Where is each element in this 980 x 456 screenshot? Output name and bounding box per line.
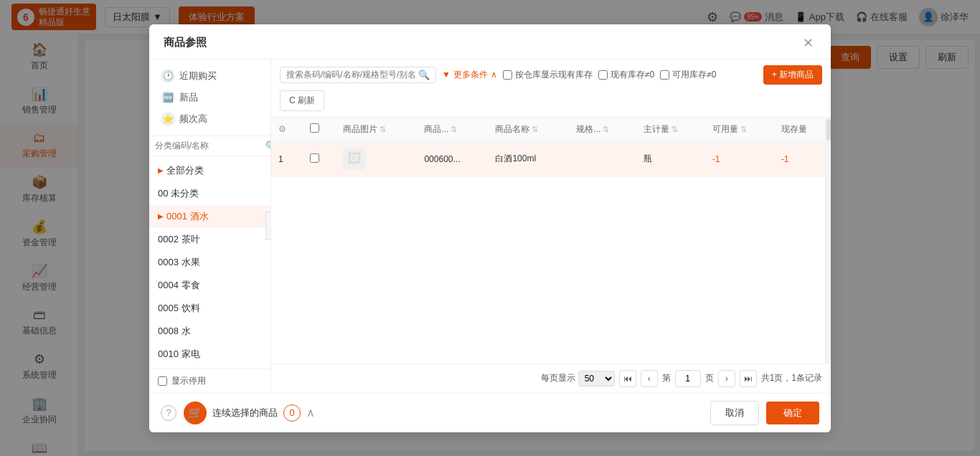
- th-image: 商品图片 ⇅: [336, 118, 417, 142]
- quick-item-recent[interactable]: 🕐 近期购买: [155, 65, 265, 87]
- check-available-nonzero[interactable]: [660, 70, 669, 80]
- product-table-wrapper: ⚙ 商品图片 ⇅ 商品...: [271, 118, 831, 364]
- category-panel: 🕐 近期购买 🆕 新品 ⭐ 频次高 《: [149, 60, 271, 393]
- per-page-select[interactable]: 10 20 50 100: [578, 371, 615, 386]
- category-list: ▶ 全部分类 00 未分类 ▶ 0001 酒水 0002 茶叶 0003 水果: [149, 156, 270, 369]
- cart-area: 🛒 连续选择的商品 0 ∧: [184, 402, 315, 424]
- td-image: 🖼: [336, 141, 417, 176]
- product-table: ⚙ 商品图片 ⇅ 商品...: [271, 118, 831, 177]
- cancel-button[interactable]: 取消: [710, 401, 759, 425]
- refresh-product-button[interactable]: C 刷新: [280, 90, 324, 111]
- check-warehouse-label[interactable]: 按仓库显示现有库存: [503, 69, 593, 81]
- first-page-button[interactable]: ⏮: [619, 370, 636, 387]
- frequent-icon: ⭐: [161, 112, 175, 126]
- td-spec: [569, 141, 636, 176]
- td-code: 000600...: [417, 141, 488, 176]
- check-stock-nonzero-label[interactable]: 现有库存≠0: [598, 69, 654, 81]
- th-checkbox[interactable]: [303, 118, 336, 142]
- td-stock: -1: [774, 141, 831, 176]
- add-product-button[interactable]: + 新增商品: [763, 65, 822, 85]
- td-checkbox[interactable]: [303, 141, 336, 176]
- product-image: 🖼: [343, 148, 366, 171]
- cat-item-liquor[interactable]: ▶ 0001 酒水: [149, 205, 270, 228]
- table-header-row: ⚙ 商品图片 ⇅ 商品...: [271, 118, 831, 142]
- help-icon[interactable]: ?: [161, 405, 176, 421]
- sort-spec-icon[interactable]: ⇅: [603, 125, 609, 134]
- cat-item-water[interactable]: 0008 水: [149, 320, 270, 343]
- cart-icon[interactable]: 🛒: [184, 402, 207, 424]
- cat-item-fruit[interactable]: 0003 水果: [149, 251, 270, 274]
- recent-icon: 🕐: [161, 69, 175, 83]
- chevron-up-icon: ∧: [491, 70, 497, 80]
- modal-footer: ? 🛒 连续选择的商品 0 ∧ 取消 确定: [149, 393, 831, 432]
- search-box: 🔍: [280, 67, 436, 83]
- category-search-icon[interactable]: 🔍: [265, 141, 271, 151]
- sort-available-icon[interactable]: ⇅: [740, 125, 747, 134]
- td-num: 1: [271, 141, 303, 176]
- check-available-nonzero-label[interactable]: 可用库存≠0: [660, 69, 716, 81]
- cart-collapse-icon[interactable]: ∧: [306, 406, 315, 419]
- sort-unit-icon[interactable]: ⇅: [672, 125, 678, 134]
- category-search-input[interactable]: [155, 141, 263, 151]
- modal-title: 商品参照: [164, 36, 207, 49]
- category-footer: 显示停用: [149, 369, 270, 393]
- cat-item-all[interactable]: ▶ 全部分类: [149, 159, 270, 182]
- last-page-button[interactable]: ⏭: [740, 370, 757, 387]
- page-number-input[interactable]: [675, 370, 701, 387]
- sort-name-icon[interactable]: ⇅: [532, 125, 538, 134]
- table-row[interactable]: 1 🖼 000600... 白酒100ml 瓶: [271, 141, 831, 176]
- page-info: 共1页，1条记录: [761, 372, 822, 384]
- show-disabled-checkbox[interactable]: [158, 376, 167, 386]
- category-search: 🔍: [149, 136, 270, 156]
- td-available: -1: [705, 141, 774, 176]
- row-checkbox[interactable]: [310, 153, 319, 163]
- column-settings-icon[interactable]: ⚙: [278, 124, 286, 134]
- th-code: 商品... ⇅: [417, 118, 488, 142]
- more-filter-button[interactable]: ▼ 更多条件 ∧: [442, 69, 497, 81]
- th-settings[interactable]: ⚙: [271, 118, 303, 142]
- check-warehouse[interactable]: [503, 70, 512, 80]
- cat-item-uncategorized[interactable]: 00 未分类: [149, 182, 270, 205]
- sort-image-icon[interactable]: ⇅: [380, 125, 386, 134]
- toolbar: 🔍 ▼ 更多条件 ∧ 按仓库显示现有库存 现有库存≠0: [271, 60, 831, 118]
- pagination: 每页显示 10 20 50 100 ⏮ ‹ 第 页 › ⏭: [271, 364, 831, 393]
- modal-header: 商品参照 ✕: [149, 24, 831, 60]
- product-reference-modal: 商品参照 ✕ 🕐 近期购买 🆕 新品 ⭐: [149, 24, 831, 432]
- th-name: 商品名称 ⇅: [488, 118, 569, 142]
- page-label-suffix: 页: [705, 372, 714, 384]
- quick-item-frequent[interactable]: ⭐ 频次高: [155, 108, 265, 130]
- prev-page-button[interactable]: ‹: [641, 370, 658, 387]
- th-spec: 规格... ⇅: [569, 118, 636, 142]
- confirm-button[interactable]: 确定: [766, 402, 819, 424]
- th-available: 可用量 ⇅: [705, 118, 774, 142]
- search-icon[interactable]: 🔍: [418, 70, 430, 80]
- filter-icon: ▼: [442, 70, 451, 80]
- modal-close-button[interactable]: ✕: [799, 34, 816, 52]
- per-page-selector: 每页显示 10 20 50 100: [541, 371, 615, 386]
- scrollbar-thumb: [826, 119, 831, 141]
- cat-arrow-liquor: ▶: [158, 212, 164, 220]
- cat-item-beverage[interactable]: 0005 饮料: [149, 297, 270, 320]
- select-all-checkbox[interactable]: [310, 123, 319, 133]
- new-icon: 🆕: [161, 90, 175, 105]
- cat-item-snack[interactable]: 0004 零食: [149, 274, 270, 297]
- sort-code-icon[interactable]: ⇅: [451, 125, 457, 134]
- cat-item-tea[interactable]: 0002 茶叶: [149, 228, 270, 251]
- td-name: 白酒100ml: [488, 141, 569, 176]
- modal-body: 🕐 近期购买 🆕 新品 ⭐ 频次高 《: [149, 60, 831, 393]
- cart-count: 0: [283, 404, 301, 422]
- th-unit: 主计量 ⇅: [636, 118, 705, 142]
- cat-arrow-all: ▶: [158, 166, 164, 174]
- category-collapse-button[interactable]: 《: [265, 212, 271, 240]
- th-stock: 现存量: [774, 118, 831, 142]
- next-page-button[interactable]: ›: [718, 370, 735, 387]
- quick-item-new[interactable]: 🆕 新品: [155, 87, 265, 108]
- right-panel: 🔍 ▼ 更多条件 ∧ 按仓库显示现有库存 现有库存≠0: [271, 60, 831, 393]
- check-stock-nonzero[interactable]: [598, 70, 608, 80]
- quick-list: 🕐 近期购买 🆕 新品 ⭐ 频次高: [149, 60, 270, 136]
- cat-item-appliance[interactable]: 0010 家电: [149, 343, 270, 366]
- scrollbar-track: [825, 118, 831, 364]
- page-label: 第: [662, 372, 671, 384]
- show-disabled-label: 显示停用: [171, 375, 206, 387]
- product-search-input[interactable]: [286, 70, 415, 80]
